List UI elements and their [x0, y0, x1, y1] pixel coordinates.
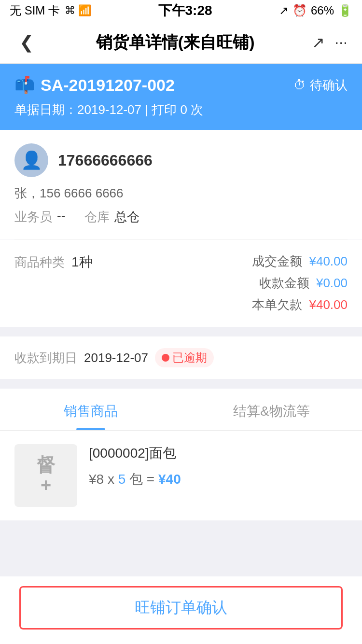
status-right: ↗ ⏰ 66% 🔋 [279, 4, 352, 17]
owed-value: ¥40.00 [309, 297, 348, 312]
bottom-bar: 旺铺订单确认 [0, 576, 362, 644]
status-text: 待确认 [310, 77, 348, 94]
customer-phone: 17666666666 [58, 152, 153, 169]
status-left: 无 SIM 卡 ⌘︎ 📶 [10, 3, 91, 18]
order-status: ⏱ 待确认 [293, 77, 348, 94]
salesperson-value: -- [57, 209, 65, 225]
warehouse-label: 仓库 [84, 209, 110, 225]
order-icon: 📫 [14, 75, 35, 95]
share-button[interactable]: ↗︎ [312, 33, 325, 52]
order-header: 📫 SA-20191207-002 ⏱ 待确认 单据日期：2019-12-07 … [0, 64, 362, 130]
page-title: 销货单详情(来自旺铺) [96, 31, 255, 54]
due-label: 收款到期日 [14, 350, 77, 366]
deal-amount-label: 成交金额 [252, 253, 302, 270]
product-thumbnail: 督 + [14, 444, 77, 507]
order-id: 📫 SA-20191207-002 [14, 75, 175, 95]
total-value: ¥40 [158, 472, 181, 487]
product-info: [0000002]面包 ¥8 x 5 包 = ¥40 [89, 444, 348, 489]
amounts: 成交金额 ¥40.00 收款金额 ¥0.00 本单欠款 ¥40.00 [252, 253, 348, 313]
received-row: 收款金额 ¥0.00 [259, 275, 348, 292]
product-type: 商品种类 1种 [14, 253, 93, 271]
time-label: 下午3:28 [158, 1, 212, 20]
confirm-order-button[interactable]: 旺铺订单确认 [19, 586, 343, 630]
unit-value: 包 [129, 472, 143, 487]
product-price: ¥8 x 5 包 = ¥40 [89, 470, 348, 489]
summary-section: 商品种类 1种 成交金额 ¥40.00 收款金额 ¥0.00 本单欠款 ¥40.… [0, 239, 362, 327]
tabs: 销售商品 结算&物流等 [0, 389, 362, 431]
tab-settlement[interactable]: 结算&物流等 [181, 389, 362, 430]
order-header-top: 📫 SA-20191207-002 ⏱ 待确认 [14, 75, 348, 95]
alarm-icon: ⏰ [292, 4, 307, 17]
product-section: 督 + [0000002]面包 ¥8 x 5 包 = ¥40 [0, 431, 362, 520]
owed-row: 本单欠款 ¥40.00 [252, 296, 348, 313]
product-name: [0000002]面包 [89, 444, 348, 462]
multiply-sign: x [108, 472, 118, 487]
product-type-label: 商品种类 [14, 254, 65, 271]
deal-amount-row: 成交金额 ¥40.00 [252, 253, 348, 270]
overdue-text: 已逾期 [172, 350, 207, 365]
product-item: 督 + [0000002]面包 ¥8 x 5 包 = ¥40 [14, 444, 348, 507]
equals-sign: = [147, 472, 158, 487]
order-id-text: SA-20191207-002 [41, 76, 175, 95]
warehouse-item: 仓库 总仓 [84, 209, 139, 225]
due-date-value: 2019-12-07 [84, 350, 148, 365]
location-icon: ↗ [279, 4, 289, 17]
nav-bar: ❮ 销货单详情(来自旺铺) ↗︎ ··· [0, 21, 362, 64]
customer-contact: 张，156 6666 6666 [14, 185, 348, 202]
received-label: 收款金额 [259, 275, 309, 292]
deal-amount-value: ¥40.00 [309, 254, 348, 269]
owed-label: 本单欠款 [252, 296, 302, 313]
logo-line1: 督 [37, 455, 55, 476]
customer-meta: 业务员 -- 仓库 总仓 [14, 209, 348, 225]
qty-value: 5 [118, 472, 126, 487]
received-value: ¥0.00 [316, 276, 348, 291]
logo-line2: + [37, 476, 55, 496]
nav-actions: ↗︎ ··· [312, 33, 348, 52]
salesperson-item: 业务员 -- [14, 209, 65, 225]
back-button[interactable]: ❮ [14, 28, 39, 57]
warehouse-value: 总仓 [114, 209, 139, 225]
customer-row: 👤 17666666666 [14, 143, 348, 177]
product-type-value: 1种 [71, 253, 93, 271]
battery-icon: 🔋 [338, 4, 352, 17]
salesperson-label: 业务员 [14, 209, 52, 225]
tab-sales-products[interactable]: 销售商品 [0, 389, 181, 430]
overdue-badge: 已逾期 [155, 348, 214, 367]
carrier-label: 无 SIM 卡 [10, 3, 60, 18]
due-section: 收款到期日 2019-12-07 已逾期 [0, 336, 362, 379]
price-value: ¥8 [89, 472, 104, 487]
clock-icon: ⏱ [293, 78, 306, 93]
battery-label: 66% [311, 4, 334, 17]
order-date: 单据日期：2019-12-07 | 打印 0 次 [14, 101, 348, 118]
customer-section: 👤 17666666666 张，156 6666 6666 业务员 -- 仓库 … [0, 130, 362, 239]
wifi-icon: ⌘︎ 📶 [65, 4, 91, 17]
overdue-dot-icon [162, 354, 169, 362]
avatar-icon: 👤 [21, 150, 42, 170]
status-bar: 无 SIM 卡 ⌘︎ 📶 下午3:28 ↗ ⏰ 66% 🔋 [0, 0, 362, 21]
more-button[interactable]: ··· [334, 33, 348, 51]
avatar: 👤 [14, 143, 48, 177]
